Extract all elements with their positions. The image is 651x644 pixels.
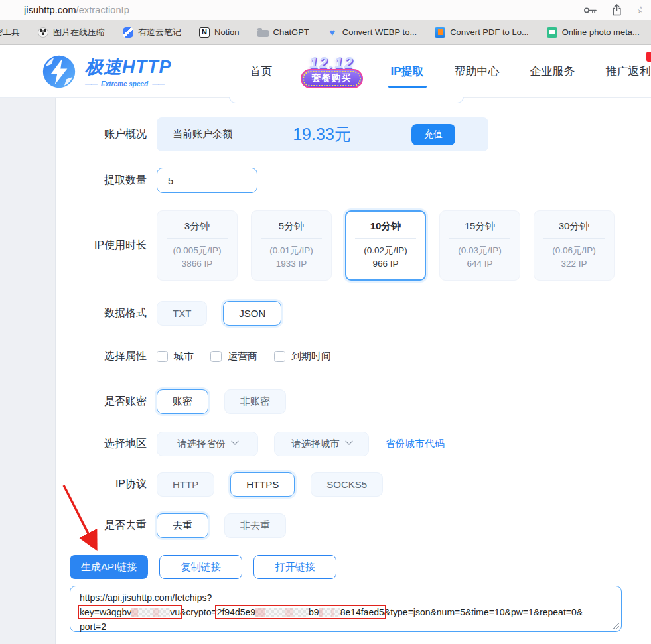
checkbox-city-box [157,351,168,362]
nav-referral[interactable]: 推广返利 [606,46,651,96]
account-balance-banner: 当前账户余额 19.33元 充值 [157,117,488,151]
nav-red-badge [646,52,651,62]
clipped-icon[interactable]: ☆ [636,4,642,16]
format-label: 数据格式 [56,306,147,320]
annotation-box-key: key=w3qgbvvu [80,607,180,617]
province-select[interactable]: 请选择省份 [157,432,258,456]
attributes-label: 选择属性 [56,350,147,363]
format-options: TXT JSON [157,301,281,326]
auth-label: 是否账密 [56,395,147,409]
duration-option-15min[interactable]: 15分钟 (0.03元/IP) 644 IP [439,210,520,281]
bookmark-youdao-note[interactable]: 有道云笔记 [123,27,181,38]
protocol-option-http[interactable]: HTTP [157,472,214,497]
pdf-converter-icon [435,27,445,38]
open-link-button[interactable]: 打开链接 [253,555,336,579]
duration-label: IP使用时长 [56,239,147,253]
checkbox-expire-box [274,351,285,362]
auth-option-no-account[interactable]: 非账密 [224,389,286,414]
site-header: 极速HTTP ——Extreme speed—— 首页 12.12 套餐购买 I… [0,45,651,98]
bookmark-image-compress[interactable]: 图片在线压缩 [38,27,105,38]
nav-ip-extract[interactable]: IP提取 [391,46,424,96]
bookmark-convert-webp[interactable]: ♥Convert WEBP to... [327,27,417,38]
site-logo[interactable]: 极速HTTP ——Extreme speed—— [41,54,172,90]
duration-option-3min[interactable]: 3分钟 (0.005元/IP) 3866 IP [157,210,238,281]
key-icon[interactable] [583,6,597,15]
lightning-logo-icon [41,54,77,90]
attribute-options: 城市 运营商 到期时间 [157,350,331,363]
heart-icon: ♥ [327,27,338,38]
logo-subtitle: ——Extreme speed—— [85,80,172,88]
main-nav: 首页 12.12 套餐购买 IP提取 帮助中心 企业服务 推广返利 [250,46,651,96]
protocol-option-https-selected[interactable]: HTTPS [230,472,295,497]
bookmarks-bar: 密工具 图片在线压缩 有道云笔记 NNotion ChatGPT ♥Conver… [0,20,651,45]
annotation-box-crypto: 2f94d5e9b98e14faed5 [217,607,384,617]
page-content: 账户概况 当前账户余额 19.33元 充值 提取数量 IP使用时长 3分钟 (0… [0,98,651,644]
nav-home[interactable]: 首页 [250,46,273,96]
notion-icon: N [199,27,210,38]
bookmark-encrypt-tool[interactable]: 密工具 [0,27,20,38]
panda-icon [38,27,48,38]
checkbox-city[interactable]: 城市 [157,350,194,363]
dedupe-options: 去重 非去重 [157,513,286,538]
share-icon[interactable] [612,4,622,16]
checkbox-carrier-box [210,351,222,362]
auth-option-account-selected[interactable]: 账密 [157,389,208,414]
quantity-label: 提取数量 [56,174,147,188]
bookmark-notion[interactable]: NNotion [199,27,240,38]
protocol-option-socks5[interactable]: SOCKS5 [311,472,383,497]
youdao-icon [123,27,133,38]
folder-icon [257,30,269,37]
copy-link-button[interactable]: 复制链接 [159,555,242,579]
bookmark-photo-meta[interactable]: Online photo meta... [547,27,640,38]
photo-meta-icon [547,27,557,38]
promo-banner-1212[interactable]: 12.12 套餐购买 [301,54,363,88]
chevron-down-icon [231,437,238,444]
nav-enterprise[interactable]: 企业服务 [530,46,575,96]
auth-options: 账密 非账密 [157,389,286,414]
duration-options: 3分钟 (0.005元/IP) 3866 IP 5分钟 (0.01元/IP) 1… [157,210,615,281]
duration-option-5min[interactable]: 5分钟 (0.01元/IP) 1933 IP [251,210,332,281]
region-selects: 请选择省份 请选择城市 省份城市代码 [157,432,445,456]
action-buttons: 生成API链接 复制链接 打开链接 [70,555,336,579]
cutoff-element-above [229,97,464,103]
url-path: /extractionIp [76,5,129,15]
nav-help-center[interactable]: 帮助中心 [455,46,500,96]
duration-option-30min[interactable]: 30分钟 (0.06元/IP) 322 IP [534,210,615,281]
dedupe-label: 是否去重 [56,519,147,533]
dedupe-option-yes-selected[interactable]: 去重 [157,513,208,538]
region-label: 选择地区 [56,437,147,451]
censored-crypto-mosaic-2 [319,608,340,617]
url-host: jisuhttp.com [24,5,76,15]
left-gutter [0,98,56,644]
duration-option-10min-selected[interactable]: 10分钟 (0.02元/IP) 966 IP [345,210,426,281]
balance-value: 19.33元 [293,123,351,145]
browser-address-bar: jisuhttp.com/extractionIp ☆ [0,0,651,20]
quantity-input[interactable] [157,168,257,193]
bookmark-chatgpt-folder[interactable]: ChatGPT [257,27,309,37]
api-url-output[interactable]: https://api.jisuhttp.com/fetchips?key=w3… [70,586,622,632]
logo-title: 极速HTTP [85,55,172,79]
checkbox-carrier[interactable]: 运营商 [210,350,257,363]
chevron-down-icon [345,437,352,444]
recharge-button[interactable]: 充值 [411,124,455,145]
bookmark-convert-pdf[interactable]: Convert PDF to Lo... [435,27,529,38]
format-option-txt[interactable]: TXT [157,301,207,326]
url-text[interactable]: jisuhttp.com/extractionIp [24,5,129,15]
dedupe-option-no[interactable]: 非去重 [224,513,286,538]
city-select[interactable]: 请选择城市 [274,432,369,456]
checkbox-expire-time[interactable]: 到期时间 [274,350,331,363]
promo-package-buy: 套餐购买 [301,69,363,88]
province-city-code-link[interactable]: 省份城市代码 [385,438,445,450]
account-overview-label: 账户概况 [56,127,147,141]
format-option-json-selected[interactable]: JSON [223,301,281,326]
protocol-label: IP协议 [56,478,147,491]
censored-key-mosaic [131,608,170,617]
censored-crypto-mosaic-1 [255,608,309,617]
extraction-form: 账户概况 当前账户余额 19.33元 充值 提取数量 IP使用时长 3分钟 (0… [56,98,651,644]
balance-label: 当前账户余额 [173,128,232,141]
generate-api-link-button[interactable]: 生成API链接 [70,555,148,579]
protocol-options: HTTP HTTPS SOCKS5 [157,472,383,497]
